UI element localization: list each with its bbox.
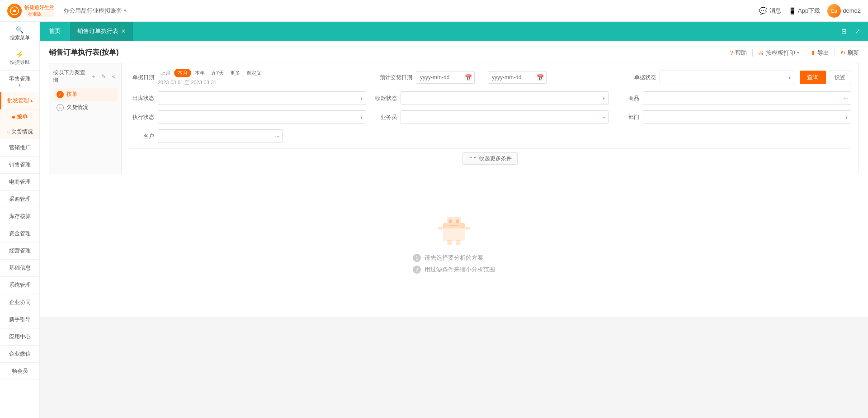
doc-date-label: 单据日期 <box>129 74 154 81</box>
top-header: 畅捷通好生意 标准版 办公用品行业模拟账套 ▾ 💬 消息 📱 App下载 Ea … <box>0 0 868 22</box>
breadcrumb[interactable]: 办公用品行业模拟账套 ▾ <box>63 7 127 15</box>
tab-controls: ⊟ ⤢ <box>834 26 868 36</box>
collapse-button[interactable]: ⌃⌃ 收起更多条件 <box>462 152 518 165</box>
payment-status-label: 收款状态 <box>372 95 397 102</box>
department-field: 部门 ▾ <box>614 110 851 124</box>
tab-home[interactable]: 首页 <box>40 22 70 41</box>
user-menu[interactable]: Ea demo2 <box>827 4 861 18</box>
shipment-status-field: 出库状态 ▾ <box>129 91 366 105</box>
edit-filter-button[interactable]: ✎ <box>99 72 108 81</box>
svg-rect-9 <box>448 240 452 245</box>
refresh-icon: ↻ <box>840 49 845 56</box>
payment-status-select[interactable] <box>401 91 609 105</box>
date-tab-more[interactable]: 更多 <box>227 69 243 77</box>
sidebar-item-operation[interactable]: 经营管理 <box>0 242 39 260</box>
date-tab-this-year[interactable]: 本年 <box>192 69 208 77</box>
sidebar-item-marketing[interactable]: 营销推广 <box>0 139 39 157</box>
collapse-filter-button[interactable]: « <box>109 72 118 81</box>
sidebar-sub-item-order[interactable]: 按单 <box>0 109 39 124</box>
help-button[interactable]: ? 帮助 <box>730 49 747 57</box>
tab-bar: 首页 销售订单执行表 ✕ ⊟ ⤢ <box>40 22 868 41</box>
header-left: 畅捷通好生意 标准版 办公用品行业模拟账套 ▾ <box>7 4 127 18</box>
department-select[interactable] <box>643 110 851 124</box>
sidebar-item-sales[interactable]: 销售管理 <box>0 157 39 174</box>
sidebar-item-inventory[interactable]: 库存核算 <box>0 208 39 225</box>
payment-status-wrap: ▾ <box>401 91 609 105</box>
sidebar-item-retail[interactable]: 零售管理 ▲ <box>0 71 39 92</box>
date-tab-custom[interactable]: 自定义 <box>244 69 264 77</box>
date-tab-7days[interactable]: 近7天 <box>208 69 226 77</box>
svg-rect-3 <box>447 217 461 228</box>
content-area: 首页 销售订单执行表 ✕ ⊟ ⤢ 销售订单执行表(按单) ? <box>40 22 868 418</box>
sidebar-quick-nav[interactable]: ⚡ 快捷导航 <box>0 46 39 71</box>
delivery-date-field: 预计交货日期 📅 — 📅 <box>380 71 625 84</box>
filter-item-order[interactable]: ✓ 按单 <box>53 88 118 101</box>
calendar-icon-start: 📅 <box>465 74 472 81</box>
delivery-start-wrap: 📅 <box>416 71 475 84</box>
sidebar-item-ecommerce[interactable]: 电商管理 <box>0 174 39 191</box>
goods-input[interactable] <box>643 91 851 105</box>
add-filter-button[interactable]: ＋ <box>90 72 98 81</box>
sidebar-item-finance[interactable]: 资金管理 <box>0 225 39 242</box>
salesperson-input[interactable] <box>401 110 609 124</box>
shipment-status-select[interactable] <box>158 91 366 105</box>
tab-expand-button[interactable]: ⤢ <box>853 26 863 36</box>
doc-status-select[interactable] <box>660 71 794 84</box>
tip-num-2: 2 <box>413 266 421 274</box>
calendar-icon-end: 📅 <box>537 74 544 81</box>
empty-illustration <box>436 210 472 247</box>
logo-area: 畅捷通好生意 标准版 <box>7 4 54 18</box>
collapse-bar: ⌃⌃ 收起更多条件 <box>129 148 851 168</box>
message-button[interactable]: 💬 消息 <box>759 7 781 15</box>
app-download-button[interactable]: 📱 App下载 <box>788 7 820 15</box>
salesperson-wrap: ··· <box>401 110 609 124</box>
print-arrow-icon: ▾ <box>797 50 799 55</box>
tab-order-exec[interactable]: 销售订单执行表 ✕ <box>70 22 133 41</box>
customer-input[interactable] <box>158 129 283 143</box>
sidebar-item-apps[interactable]: 应用中心 <box>0 328 39 346</box>
sidebar: 🔍 搜索菜单 ⚡ 快捷导航 零售管理 ▲ 批发管理▲ 按单 欠货情况 营销推广 … <box>0 22 40 418</box>
refresh-button[interactable]: ↻ 刷新 <box>840 49 859 57</box>
sidebar-item-purchase[interactable]: 采购管理 <box>0 191 39 208</box>
customer-field: 客户 ··· <box>129 129 283 143</box>
settings-button[interactable]: 设置 <box>829 71 851 84</box>
date-tab-this-month[interactable]: 本月 <box>174 69 191 77</box>
filter-panel: 按以下方案查询 ＋ ✎ « ✓ 按单 ○ <box>49 63 859 174</box>
sidebar-search-menu[interactable]: 🔍 搜索菜单 <box>0 22 39 46</box>
divider-3 <box>835 49 835 57</box>
divider-2 <box>805 49 805 57</box>
sidebar-item-wechat[interactable]: 企业微信 <box>0 346 39 363</box>
sidebar-item-corp[interactable]: 企业协同 <box>0 294 39 311</box>
page-content: 销售订单执行表(按单) ? 帮助 🖨 按模板打印 ▾ <box>40 41 868 418</box>
sidebar-item-newbie[interactable]: 新手引导 <box>0 311 39 328</box>
salesperson-field: 业务员 ··· <box>372 110 609 124</box>
date-tab-last-month[interactable]: 上月 <box>158 69 173 77</box>
filter-dot-orange: ✓ <box>57 91 64 98</box>
sidebar-sub-item-debt[interactable]: 欠货情况 <box>0 124 39 139</box>
help-icon: ? <box>730 49 733 56</box>
exec-status-select[interactable] <box>158 110 366 124</box>
sidebar-item-system[interactable]: 系统管理 <box>0 277 39 294</box>
page-title-bar: 销售订单执行表(按单) ? 帮助 🖨 按模板打印 ▾ <box>49 48 859 57</box>
svg-point-4 <box>448 219 452 223</box>
filter-item-debt[interactable]: ○ 欠货情况 <box>53 101 118 114</box>
tab-close-button[interactable]: ✕ <box>121 28 126 34</box>
sidebar-item-member[interactable]: 畅会员 <box>0 363 39 380</box>
download-icon: 📱 <box>788 7 796 14</box>
print-button[interactable]: 🖨 按模板打印 ▾ <box>758 49 799 57</box>
svg-rect-10 <box>456 240 461 245</box>
svg-point-5 <box>456 219 459 223</box>
goods-wrap: ··· <box>643 91 851 105</box>
empty-tips: 1 请先选择要分析的方案 2 用过滤条件来缩小分析范围 <box>413 254 495 274</box>
filter-row-1: 单据日期 上月 本月 本年 近7天 更多 自定义 <box>129 69 851 86</box>
tab-minimize-button[interactable]: ⊟ <box>839 26 849 36</box>
sidebar-item-basic[interactable]: 基础信息 <box>0 260 39 277</box>
department-wrap: ▾ <box>643 110 851 124</box>
query-button[interactable]: 查询 <box>800 71 826 84</box>
print-icon: 🖨 <box>758 49 764 56</box>
export-button[interactable]: ⬆ 导出 <box>811 49 829 57</box>
header-right: 💬 消息 📱 App下载 Ea demo2 <box>759 4 861 18</box>
sidebar-item-wholesale[interactable]: 批发管理▲ <box>0 92 39 109</box>
exec-status-wrap: ▾ <box>158 110 366 124</box>
date-range-text: 2023-03-01 至 2023-03-31 <box>158 79 374 86</box>
